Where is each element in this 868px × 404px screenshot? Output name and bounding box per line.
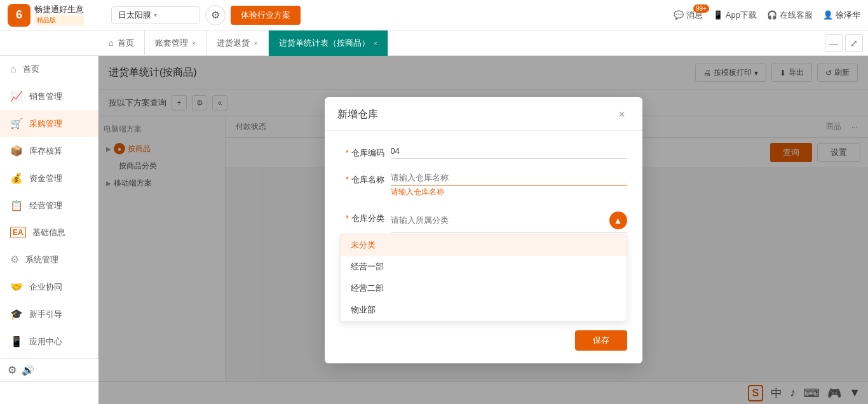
guide-nav-icon: 🎓 <box>10 308 23 320</box>
name-form-row: 仓库名称 请输入仓库名称 <box>340 170 627 198</box>
content-area: 进货单统计(按商品) 🖨 按模板打印 ▾ ⬇ 导出 ↺ 刷新 按以下方案查询 <box>98 56 868 404</box>
logo-name: 畅捷通好生意 <box>34 4 84 15</box>
sidebar-speaker-icon[interactable]: 🔊 <box>22 364 34 376</box>
code-label: 仓库编码 <box>340 144 391 159</box>
sidebar-item-operations[interactable]: 📋 经营管理 <box>0 192 98 219</box>
code-control <box>391 144 627 159</box>
online-service-button[interactable]: 🎧 在线客服 <box>767 10 813 21</box>
sidebar-item-finance[interactable]: 💰 资金管理 <box>0 165 98 192</box>
sidebar-label-sales: 销售管理 <box>29 91 62 102</box>
code-input[interactable] <box>391 144 627 159</box>
name-input[interactable] <box>391 170 627 185</box>
sidebar-item-guide[interactable]: 🎓 新手引导 <box>0 300 98 328</box>
tab-purchase-return-close-icon[interactable]: × <box>254 39 257 47</box>
name-label: 仓库名称 <box>340 170 391 185</box>
online-service-label: 在线客服 <box>780 10 813 21</box>
tab-purchase-return-label: 进货退货 <box>217 37 250 49</box>
user-area[interactable]: 👤 徐泽华 <box>823 10 860 21</box>
operations-nav-icon: 📋 <box>10 199 23 212</box>
top-bar: 6 畅捷通好生意 精品版 日太阳膜 ▾ ⚙ 体验行业方案 💬 消息 99+ 📱 … <box>0 0 868 30</box>
dialog-body: 仓库编码 仓库名称 请输入仓库名称 <box>325 131 642 323</box>
system-nav-icon: ⚙ <box>10 253 19 266</box>
home-icon: ⌂ <box>109 38 114 48</box>
store-chevron-icon: ▾ <box>154 11 157 18</box>
sidebar-item-enterprise[interactable]: 🤝 企业协同 <box>0 273 98 300</box>
app-download-label: App下载 <box>726 10 757 21</box>
sidebar-label-enterprise: 企业协同 <box>29 281 62 293</box>
category-input[interactable] <box>391 215 609 225</box>
dropdown-item-uncategorized[interactable]: 未分类 <box>341 234 627 256</box>
phone-icon: 📱 <box>713 10 723 20</box>
basics-nav-icon: EA <box>10 227 26 238</box>
headset-icon: 🎧 <box>767 10 777 20</box>
sidebar-label-inventory: 库存核算 <box>29 145 62 157</box>
dropdown-item-dept2[interactable]: 经营二部 <box>341 278 627 299</box>
sidebar-label-operations: 经营管理 <box>29 200 62 212</box>
dialog-footer: 保存 <box>325 323 642 363</box>
tab-actions: — ⤢ <box>825 34 868 52</box>
sidebar-item-home[interactable]: ⌂ 首页 <box>0 56 98 83</box>
name-control: 请输入仓库名称 <box>391 170 627 198</box>
dialog-header: 新增仓库 × <box>325 97 642 131</box>
tab-home-label: 首页 <box>118 37 134 49</box>
category-form-row: 仓库分类 ▲ 未分类 经营一部 经营二部 物业部 <box>340 209 627 232</box>
category-control: ▲ 未分类 经营一部 经营二部 物业部 <box>391 209 627 232</box>
message-icon: 💬 <box>674 10 684 20</box>
store-selector[interactable]: 日太阳膜 ▾ <box>111 6 200 24</box>
sidebar: ⌂ 首页 📈 销售管理 🛒 采购管理 📦 库存核算 💰 资金管理 📋 经营管理 … <box>0 56 98 404</box>
sidebar-label-guide: 新手引导 <box>29 309 62 320</box>
tab-home[interactable]: ⌂ 首页 <box>98 30 145 56</box>
tab-bar: ⌂ 首页 账套管理 × 进货退货 × 进货单统计表（按商品） × — ⤢ <box>0 30 868 56</box>
inventory-nav-icon: 📦 <box>10 145 23 157</box>
tab-purchase-return[interactable]: 进货退货 × <box>207 30 268 56</box>
sidebar-item-sales[interactable]: 📈 销售管理 <box>0 83 98 110</box>
sidebar-bottom: ⚙ 🔊 <box>0 358 98 381</box>
tab-maximize-button[interactable]: ⤢ <box>845 34 863 52</box>
trial-button[interactable]: 体验行业方案 <box>231 6 301 25</box>
save-button[interactable]: 保存 <box>575 330 627 351</box>
sidebar-item-inventory[interactable]: 📦 库存核算 <box>0 137 98 165</box>
dialog-title: 新增仓库 <box>337 108 378 121</box>
tab-accounts-label: 账套管理 <box>155 37 188 49</box>
tab-minimize-button[interactable]: — <box>825 34 843 52</box>
dropdown-item-dept3[interactable]: 物业部 <box>341 299 627 321</box>
sidebar-settings-icon[interactable]: ⚙ <box>8 364 17 376</box>
sidebar-label-purchase: 采购管理 <box>29 118 62 130</box>
category-dropdown: 未分类 经营一部 经营二部 物业部 <box>340 234 627 321</box>
tab-purchase-stats-label: 进货单统计表（按商品） <box>279 37 370 49</box>
messages-button[interactable]: 💬 消息 99+ <box>674 10 703 21</box>
dialog-overlay: 新增仓库 × 仓库编码 仓库名称 <box>98 56 868 404</box>
tab-purchase-stats-close-icon[interactable]: × <box>374 39 377 47</box>
sidebar-label-home: 首页 <box>23 64 39 75</box>
dialog-close-button[interactable]: × <box>614 107 630 123</box>
sidebar-label-apps: 应用中心 <box>29 336 62 347</box>
sidebar-item-system[interactable]: ⚙ 系统管理 <box>0 246 98 273</box>
sidebar-item-basics[interactable]: EA 基础信息 <box>0 219 98 246</box>
message-badge: 99+ <box>693 4 709 13</box>
top-right-area: 💬 消息 99+ 📱 App下载 🎧 在线客服 👤 徐泽华 <box>674 10 860 21</box>
finance-nav-icon: 💰 <box>10 172 23 184</box>
purchase-nav-icon: 🛒 <box>10 118 23 130</box>
code-form-row: 仓库编码 <box>340 144 627 159</box>
tab-purchase-stats[interactable]: 进货单统计表（按商品） × <box>269 30 388 56</box>
category-toggle-button[interactable]: ▲ <box>609 212 627 229</box>
sidebar-item-purchase[interactable]: 🛒 采购管理 <box>0 110 98 137</box>
apps-nav-icon: 📱 <box>10 335 23 347</box>
sidebar-item-apps[interactable]: 📱 应用中心 <box>0 328 98 355</box>
tab-accounts[interactable]: 账套管理 × <box>145 30 207 56</box>
sales-nav-icon: 📈 <box>10 90 23 102</box>
username: 徐泽华 <box>836 10 860 21</box>
sidebar-label-finance: 资金管理 <box>29 173 62 184</box>
tab-accounts-close-icon[interactable]: × <box>192 39 196 47</box>
sidebar-label-system: 系统管理 <box>25 254 58 266</box>
new-warehouse-dialog: 新增仓库 × 仓库编码 仓库名称 <box>325 97 642 363</box>
settings-button[interactable]: ⚙ <box>205 5 226 25</box>
logo-sub: 精品版 <box>34 15 84 25</box>
user-icon: 👤 <box>823 10 833 20</box>
dropdown-item-dept1[interactable]: 经营一部 <box>341 256 627 278</box>
enterprise-nav-icon: 🤝 <box>10 281 23 293</box>
sidebar-label-basics: 基础信息 <box>32 227 65 238</box>
name-error-message: 请输入仓库名称 <box>391 187 627 198</box>
store-name: 日太阳膜 <box>118 10 151 21</box>
app-download-button[interactable]: 📱 App下载 <box>713 10 757 21</box>
